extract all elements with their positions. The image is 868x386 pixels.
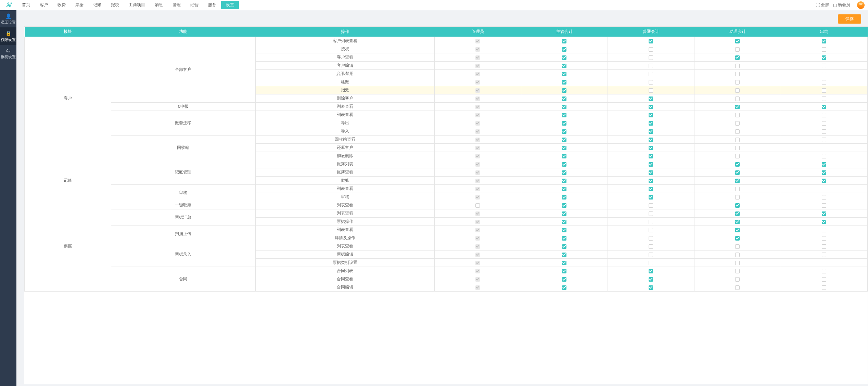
checkbox[interactable] bbox=[822, 113, 826, 117]
checkbox[interactable] bbox=[822, 80, 826, 85]
checkbox[interactable] bbox=[649, 244, 653, 249]
checkbox[interactable] bbox=[475, 203, 480, 208]
checkbox[interactable] bbox=[735, 121, 740, 126]
nav-item-9[interactable]: 经营 bbox=[186, 1, 203, 9]
checkbox[interactable] bbox=[649, 88, 653, 93]
checkbox[interactable] bbox=[822, 64, 826, 68]
checkbox[interactable] bbox=[822, 211, 826, 216]
checkbox[interactable] bbox=[649, 211, 653, 216]
checkbox[interactable] bbox=[735, 179, 740, 183]
checkbox[interactable] bbox=[562, 96, 566, 101]
checkbox[interactable] bbox=[649, 195, 653, 200]
checkbox[interactable] bbox=[735, 129, 740, 134]
checkbox[interactable] bbox=[735, 236, 740, 241]
nav-item-2[interactable]: 收费 bbox=[53, 1, 71, 9]
checkbox[interactable] bbox=[822, 277, 826, 282]
checkbox[interactable] bbox=[735, 203, 740, 208]
nav-item-8[interactable]: 管理 bbox=[168, 1, 186, 9]
checkbox[interactable] bbox=[562, 253, 566, 257]
checkbox[interactable] bbox=[562, 121, 566, 126]
nav-item-1[interactable]: 客户 bbox=[35, 1, 53, 9]
checkbox[interactable] bbox=[562, 88, 566, 93]
checkbox[interactable] bbox=[562, 146, 566, 150]
checkbox[interactable] bbox=[822, 203, 826, 208]
checkbox[interactable] bbox=[562, 39, 566, 43]
checkbox[interactable] bbox=[562, 236, 566, 241]
checkbox[interactable] bbox=[649, 138, 653, 142]
checkbox[interactable] bbox=[735, 47, 740, 52]
checkbox[interactable] bbox=[562, 105, 566, 109]
checkbox[interactable] bbox=[822, 170, 826, 175]
checkbox[interactable] bbox=[822, 187, 826, 191]
checkbox[interactable] bbox=[649, 47, 653, 52]
checkbox[interactable] bbox=[649, 146, 653, 150]
checkbox[interactable] bbox=[735, 162, 740, 167]
permission-table-wrap[interactable]: 模块功能操作管理员主管会计普通会计助理会计出纳 客户全部客户客户列表查看授权客户… bbox=[24, 26, 868, 384]
checkbox[interactable] bbox=[562, 179, 566, 183]
checkbox[interactable] bbox=[735, 269, 740, 273]
checkbox[interactable] bbox=[562, 244, 566, 249]
checkbox[interactable] bbox=[649, 261, 653, 265]
checkbox[interactable] bbox=[649, 105, 653, 109]
checkbox[interactable] bbox=[649, 80, 653, 85]
checkbox[interactable] bbox=[649, 236, 653, 241]
checkbox[interactable] bbox=[649, 269, 653, 273]
checkbox[interactable] bbox=[735, 55, 740, 60]
checkbox[interactable] bbox=[562, 64, 566, 68]
checkbox[interactable] bbox=[649, 39, 653, 43]
checkbox[interactable] bbox=[822, 55, 826, 60]
checkbox[interactable] bbox=[562, 285, 566, 290]
checkbox[interactable] bbox=[735, 113, 740, 117]
checkbox[interactable] bbox=[822, 220, 826, 224]
checkbox[interactable] bbox=[735, 244, 740, 249]
checkbox[interactable] bbox=[562, 211, 566, 216]
sidebar-item-0[interactable]: 👤员工设置 bbox=[0, 10, 16, 27]
checkbox[interactable] bbox=[562, 220, 566, 224]
sidebar-item-1[interactable]: 🔒权限设置 bbox=[0, 27, 16, 44]
nav-item-6[interactable]: 工商项目 bbox=[124, 1, 150, 9]
checkbox[interactable] bbox=[562, 170, 566, 175]
checkbox[interactable] bbox=[562, 47, 566, 52]
checkbox[interactable] bbox=[649, 228, 653, 232]
checkbox[interactable] bbox=[562, 72, 566, 76]
checkbox[interactable] bbox=[562, 203, 566, 208]
checkbox[interactable] bbox=[822, 195, 826, 200]
checkbox[interactable] bbox=[649, 129, 653, 134]
nav-item-7[interactable]: 消息 bbox=[150, 1, 168, 9]
checkbox[interactable] bbox=[735, 146, 740, 150]
checkbox[interactable] bbox=[822, 146, 826, 150]
checkbox[interactable] bbox=[562, 162, 566, 167]
checkbox[interactable] bbox=[735, 170, 740, 175]
checkbox[interactable] bbox=[562, 195, 566, 200]
checkbox[interactable] bbox=[649, 179, 653, 183]
checkbox[interactable] bbox=[822, 269, 826, 273]
checkbox[interactable] bbox=[822, 47, 826, 52]
checkbox[interactable] bbox=[822, 88, 826, 93]
checkbox[interactable] bbox=[822, 72, 826, 76]
checkbox[interactable] bbox=[735, 285, 740, 290]
nav-item-10[interactable]: 服务 bbox=[203, 1, 221, 9]
checkbox[interactable] bbox=[562, 138, 566, 142]
checkbox[interactable] bbox=[735, 154, 740, 158]
checkbox[interactable] bbox=[735, 187, 740, 191]
checkbox[interactable] bbox=[562, 228, 566, 232]
checkbox[interactable] bbox=[562, 113, 566, 117]
checkbox[interactable] bbox=[822, 285, 826, 290]
checkbox[interactable] bbox=[649, 203, 653, 208]
nav-item-5[interactable]: 报税 bbox=[106, 1, 124, 9]
checkbox[interactable] bbox=[822, 129, 826, 134]
checkbox[interactable] bbox=[822, 162, 826, 167]
nav-item-3[interactable]: 票据 bbox=[71, 1, 88, 9]
checkbox[interactable] bbox=[649, 277, 653, 282]
checkbox[interactable] bbox=[822, 228, 826, 232]
checkbox[interactable] bbox=[649, 72, 653, 76]
checkbox[interactable] bbox=[562, 55, 566, 60]
checkbox[interactable] bbox=[822, 138, 826, 142]
checkbox[interactable] bbox=[822, 121, 826, 126]
checkbox[interactable] bbox=[735, 138, 740, 142]
checkbox[interactable] bbox=[562, 80, 566, 85]
checkbox[interactable] bbox=[735, 195, 740, 200]
checkbox[interactable] bbox=[822, 253, 826, 257]
checkbox[interactable] bbox=[735, 220, 740, 224]
checkbox[interactable] bbox=[735, 105, 740, 109]
